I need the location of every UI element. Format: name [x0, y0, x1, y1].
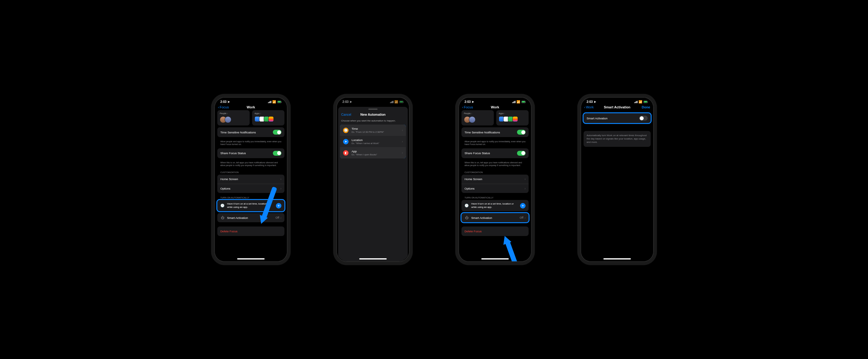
home-screen-row[interactable]: Home Screen›: [462, 175, 529, 184]
opt-sub: Ex. "When I arrive at Work": [351, 142, 399, 145]
tsn-toggle[interactable]: [517, 130, 526, 134]
back-button[interactable]: ‹Work: [584, 105, 594, 109]
status-icons: 📶: [634, 100, 648, 103]
smart-value: Off: [276, 216, 279, 219]
grabber[interactable]: [368, 109, 377, 110]
add-automation-row[interactable]: 🕒 Have it turn on at a set time, locatio…: [217, 200, 284, 212]
location-icon: ➤: [343, 139, 348, 144]
add-button[interactable]: +: [520, 203, 526, 209]
auto-header: TURN ON AUTOMATICALLY: [462, 195, 529, 200]
delete-focus-button[interactable]: Delete Focus: [217, 227, 284, 236]
tsn-toggle[interactable]: [273, 130, 281, 134]
share-focus-row[interactable]: Share Focus Status: [217, 148, 284, 158]
done-button[interactable]: Done: [642, 105, 650, 109]
location-icon: ➤: [227, 100, 230, 103]
new-automation-sheet: Cancel New Automation Choose when you wa…: [338, 107, 408, 261]
people-label: People: [464, 112, 471, 115]
status-icons: 📶: [512, 100, 526, 103]
smart-activation-toggle-row[interactable]: Smart Activation: [584, 113, 651, 123]
delete-focus-button[interactable]: Delete Focus: [462, 227, 529, 236]
chevron-right-icon: ›: [525, 216, 526, 219]
back-label: Work: [586, 105, 594, 109]
automation-time-row[interactable]: 🕘 Time Ex. "From 12:30 PM to 2:30PM" ›: [340, 124, 406, 136]
apps-card[interactable]: Apps›: [252, 110, 284, 125]
share-label: Share Focus Status: [220, 151, 246, 155]
wifi-icon: 📶: [517, 100, 520, 103]
home-indicator[interactable]: [481, 258, 509, 260]
chevron-right-icon: ›: [280, 187, 281, 190]
smart-activation-row[interactable]: ⏻ Smart Activation Off ›: [217, 213, 284, 222]
automation-location-row[interactable]: ➤ Location Ex. "When I arrive at Work" ›: [340, 136, 406, 147]
tsn-footer: Allow people and apps to notify you imme…: [462, 139, 529, 148]
chevron-right-icon: ›: [525, 177, 526, 181]
options-row[interactable]: Options›: [462, 184, 529, 193]
chevron-left-icon: ‹: [462, 105, 463, 109]
apps-card[interactable]: Apps›: [496, 110, 529, 125]
phone-work-settings: 2:03 ➤ 📶 ‹Focus Work People›: [211, 94, 290, 265]
opt-title: Location: [351, 138, 399, 142]
wifi-icon: 📶: [272, 100, 276, 103]
opt-sub: Ex. "From 12:30 PM to 2:30PM": [351, 131, 399, 133]
back-label: Focus: [220, 105, 229, 109]
avatar: [225, 116, 231, 123]
opt-sub: Ex. "When I open Books": [351, 153, 399, 156]
tsn-label: Time Sensitive Notifications: [465, 131, 500, 134]
phone-work-settings-smart: 2:03 ➤ 📶 ‹Focus Work People› Apps›: [455, 94, 535, 265]
signal-icon: [634, 101, 638, 103]
home-label: Home Screen: [220, 177, 238, 181]
tsn-label: Time Sensitive Notifications: [220, 131, 256, 134]
customization-header: CUSTOMIZATION: [217, 170, 284, 175]
smart-label: Smart Activation: [587, 117, 608, 120]
share-footer: When this is on, tell apps you have noti…: [217, 160, 284, 170]
add-button[interactable]: +: [276, 203, 281, 209]
status-time: 2:03: [587, 100, 593, 103]
opt-title: App: [351, 150, 399, 153]
smart-label: Smart Activation: [227, 216, 248, 219]
add-automation-row[interactable]: 🕒 Have it turn on at a set time, locatio…: [462, 200, 529, 212]
back-button[interactable]: ‹Focus: [462, 105, 473, 109]
time-sensitive-row[interactable]: Time Sensitive Notifications: [217, 127, 284, 137]
notch: [358, 98, 388, 104]
home-indicator[interactable]: [237, 258, 265, 260]
wifi-icon: 📶: [639, 100, 642, 103]
sheet-title: New Automation: [338, 113, 408, 116]
app-icons: [254, 116, 282, 122]
opt-title: Time: [351, 127, 399, 130]
people-card[interactable]: People›: [462, 110, 494, 125]
battery-icon: [643, 101, 648, 103]
people-avatars: [220, 116, 247, 123]
clock-icon: 🕒: [220, 204, 225, 208]
chevron-left-icon: ‹: [584, 105, 585, 109]
power-icon: ⏻: [220, 215, 225, 220]
smart-toggle[interactable]: [639, 116, 648, 121]
smart-activation-row[interactable]: ⏻ Smart Activation Off ›: [462, 213, 529, 222]
app-icon: ◧: [343, 150, 348, 156]
back-button[interactable]: ‹Focus: [218, 105, 229, 109]
clock-icon: 🕘: [343, 128, 348, 133]
chevron-right-icon: ›: [504, 112, 505, 115]
options-row[interactable]: Options ›: [217, 184, 284, 193]
share-toggle[interactable]: [517, 151, 526, 156]
notch: [236, 98, 266, 104]
battery-icon: [277, 101, 281, 103]
chevron-right-icon: ›: [402, 128, 403, 132]
people-card[interactable]: People›: [217, 110, 250, 125]
home-indicator[interactable]: [603, 258, 631, 260]
automation-app-row[interactable]: ◧ App Ex. "When I open Books" ›: [340, 147, 406, 158]
share-toggle[interactable]: [273, 151, 281, 156]
chevron-right-icon: ›: [471, 112, 472, 115]
time-sensitive-row[interactable]: Time Sensitive Notifications: [462, 127, 529, 137]
options-label: Options: [465, 187, 474, 190]
home-screen-row[interactable]: Home Screen ›: [217, 175, 284, 184]
status-time: 2:03: [220, 100, 226, 103]
share-focus-row[interactable]: Share Focus Status: [462, 148, 529, 158]
home-indicator[interactable]: [359, 258, 387, 260]
auto-hint: Have it turn on at a set time, location …: [471, 202, 518, 209]
share-footer: When this is on, tell apps you have noti…: [462, 160, 529, 170]
notch: [480, 98, 510, 104]
clock-icon: 🕒: [465, 204, 469, 208]
people-label: People: [220, 112, 226, 115]
notch: [602, 98, 632, 104]
phone-new-automation: 2:03 ➤ 📶 Cancel New Automation Choose wh…: [333, 94, 413, 265]
battery-icon: [521, 101, 526, 103]
